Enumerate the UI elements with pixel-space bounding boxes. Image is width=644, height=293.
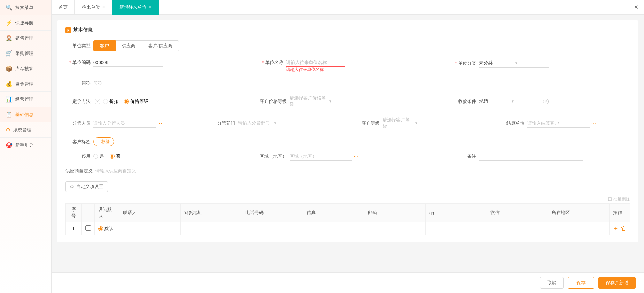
batch-delete-area[interactable]: ☐ 批量删除 — [65, 196, 630, 202]
field-short-name: 简称 — [65, 79, 630, 87]
address-input[interactable] — [184, 226, 238, 231]
add-row-button[interactable]: ＋ — [613, 225, 619, 232]
short-name-input[interactable] — [93, 79, 163, 87]
pricing-radio-discount[interactable]: 折扣 — [103, 98, 118, 105]
row-contact[interactable] — [119, 222, 181, 235]
row-email[interactable] — [364, 222, 425, 235]
sidebar-item-sales[interactable]: 🏠 销售管理 — [0, 31, 51, 46]
sidebar-item-basic-info[interactable]: 📋 基础信息 — [0, 107, 51, 122]
unit-name-input[interactable] — [286, 58, 345, 67]
sidebar-item-inventory[interactable]: 📦 库存核算 — [0, 61, 51, 76]
sidebar-item-purchase[interactable]: 🛒 采购管理 — [0, 46, 51, 61]
row-actions: ＋ 🗑 — [609, 222, 630, 235]
settlement-unit-input[interactable] — [527, 119, 590, 128]
tab-counterparty-label: 往来单位 — [82, 4, 100, 10]
settlement-unit-dots[interactable]: ··· — [590, 120, 597, 127]
custom-settings-area: ⚙ 自定义项设置 — [65, 181, 630, 192]
customer-price-level-select[interactable]: 请选择客户价格等级 ▼ — [290, 93, 366, 109]
delete-row-button[interactable]: 🗑 — [621, 226, 626, 232]
customer-level-select[interactable]: 请选择客户等级 ▼ — [383, 115, 445, 131]
custom-settings-button[interactable]: ⚙ 自定义项设置 — [65, 181, 108, 192]
row-checkbox-cell[interactable] — [81, 222, 94, 235]
customer-level-placeholder: 请选择客户等级 — [383, 117, 413, 129]
save-and-new-button[interactable]: 保存并新增 — [598, 277, 636, 289]
pricing-method-help[interactable]: ? — [95, 99, 100, 104]
remark-input[interactable] — [479, 152, 583, 161]
gear-icon: ⚙ — [70, 184, 74, 189]
tab-new-counterparty[interactable]: 新增往来单位 ✕ — [112, 0, 159, 15]
region-dots[interactable]: ··· — [352, 153, 360, 160]
close-all-tabs[interactable]: ✕ — [628, 4, 644, 10]
no-radio-circle — [110, 154, 115, 159]
unit-type-both[interactable]: 客户/供应商 — [142, 40, 179, 51]
manager-dots[interactable]: ··· — [156, 120, 163, 127]
manager-label: 分管人员 — [65, 120, 93, 127]
field-region: 区域（地区） ··· — [258, 152, 437, 161]
disabled-label: 停用 — [65, 153, 93, 160]
qq-input[interactable] — [429, 226, 483, 231]
field-disabled: 停用 是 否 — [65, 153, 244, 160]
sidebar-item-quick-nav[interactable]: ⚡ 快捷导航 — [0, 15, 51, 31]
section-title-label: 基本信息 — [73, 27, 93, 33]
cancel-button[interactable]: 取消 — [540, 277, 564, 289]
batch-delete-icon: ☐ — [608, 197, 612, 202]
row-wechat[interactable] — [487, 222, 548, 235]
row-qq[interactable] — [425, 222, 487, 235]
unit-category-select[interactable]: 未分类 ▼ — [479, 58, 549, 68]
wechat-input[interactable] — [490, 226, 544, 231]
disabled-radio-no[interactable]: 否 — [110, 153, 120, 160]
sidebar-label-inventory: 库存核算 — [15, 66, 33, 72]
department-select[interactable]: 请输入分管部门 ▼ — [238, 119, 308, 128]
unit-type-supplier[interactable]: 供应商 — [115, 40, 142, 51]
row-default: 默认 — [94, 222, 119, 235]
col-address: 到货地址 — [181, 204, 242, 222]
field-department: 分管部门 请输入分管部门 ▼ — [210, 119, 341, 128]
contacts-table: 序号 设为默认 联系人 到货地址 电话号码 传真 邮箱 qq 微信 所在地区 操… — [65, 203, 630, 235]
row-phone[interactable] — [242, 222, 303, 235]
row-checkbox[interactable] — [85, 225, 91, 231]
sidebar-item-finance[interactable]: 💰 资金管理 — [0, 76, 51, 92]
add-tag-button[interactable]: + 标签 — [93, 137, 114, 146]
customer-level-label: 客户等级 — [355, 120, 383, 127]
row-region[interactable] — [548, 222, 609, 235]
contact-input[interactable] — [123, 226, 177, 231]
col-qq: qq — [425, 204, 487, 222]
main-area: 首页 往来单位 ✕ 新增往来单位 ✕ ✕ F 基本信息 单位类型 客户 供应商 — [52, 0, 644, 293]
unit-code-input[interactable] — [93, 58, 163, 67]
email-input[interactable] — [368, 226, 422, 231]
tab-counterparty[interactable]: 往来单位 ✕ — [75, 0, 112, 15]
pricing-radio-level[interactable]: 价格等级 — [124, 98, 148, 105]
phone-input[interactable] — [245, 226, 299, 231]
department-arrow: ▼ — [274, 121, 308, 125]
sidebar-item-search[interactable]: 🔍 搜索菜单 — [0, 0, 51, 15]
disabled-radio-yes[interactable]: 是 — [93, 153, 104, 160]
action-buttons: ＋ 🗑 — [613, 225, 626, 232]
default-radio[interactable]: 默认 — [98, 226, 116, 232]
close-counterparty-tab[interactable]: ✕ — [102, 5, 105, 9]
field-payment-terms: 收款条件 现结 ▼ ? — [451, 97, 630, 106]
sidebar-item-guide[interactable]: 🎯 新手引导 — [0, 138, 51, 153]
region-table-input[interactable] — [552, 226, 606, 231]
row-fax[interactable] — [303, 222, 364, 235]
save-button[interactable]: 保存 — [568, 277, 594, 289]
row-management: 分管人员 ··· 分管部门 请输入分管部门 ▼ 客户等级 — [65, 115, 630, 131]
fax-input[interactable] — [307, 226, 361, 231]
row-address[interactable] — [181, 222, 242, 235]
unit-type-customer[interactable]: 客户 — [93, 40, 116, 51]
section-title-icon: F — [65, 27, 71, 33]
system-icon: ⚙ — [6, 127, 10, 133]
remark-label: 备注 — [451, 153, 479, 160]
basic-info-card: F 基本信息 单位类型 客户 供应商 客户/供应商 单位编码 — [57, 20, 638, 242]
payment-terms-help[interactable]: ? — [543, 99, 549, 104]
tab-bar: 首页 往来单位 ✕ 新增往来单位 ✕ ✕ — [52, 0, 644, 15]
manager-input[interactable] — [93, 119, 156, 128]
sidebar-item-system[interactable]: ⚙ 系统管理 — [0, 122, 51, 138]
supplier-custom-input[interactable] — [95, 167, 165, 175]
close-new-counterparty-tab[interactable]: ✕ — [149, 5, 152, 9]
tab-home[interactable]: 首页 — [52, 0, 75, 15]
payment-terms-select[interactable]: 现结 ▼ — [479, 97, 542, 106]
unit-category-value: 未分类 — [479, 60, 513, 66]
sidebar-item-operations[interactable]: 📊 经营管理 — [0, 92, 51, 107]
sidebar-label-search: 搜索菜单 — [15, 5, 33, 11]
region-input[interactable] — [290, 152, 352, 161]
